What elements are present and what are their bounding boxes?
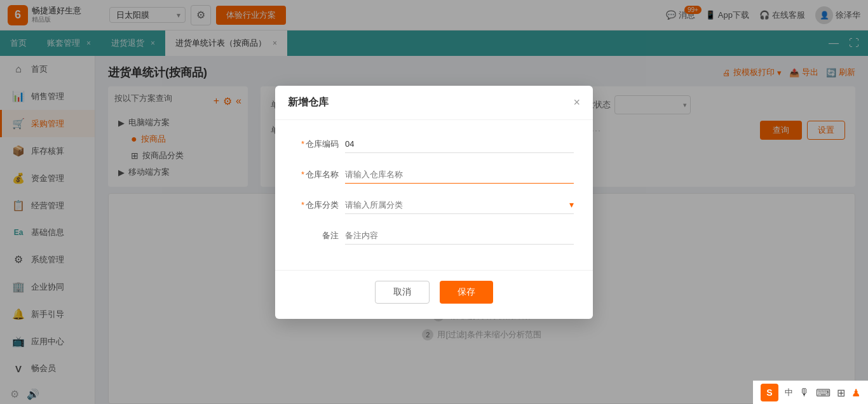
cancel-button[interactable]: 取消 xyxy=(375,281,430,304)
remark-input[interactable] xyxy=(345,227,574,245)
warehouse-name-input[interactable] xyxy=(345,166,574,184)
new-warehouse-modal: 新增仓库 × 仓库编码 仓库名称 仓库分类 备注 xyxy=(275,86,593,319)
s-logo: S xyxy=(761,384,778,401)
category-select-input[interactable] xyxy=(345,196,574,213)
status-bar: S 中 🎙 ⌨ ⊞ ♟ xyxy=(753,380,868,404)
modal-header: 新增仓库 × xyxy=(275,86,593,120)
save-button[interactable]: 保存 xyxy=(440,281,493,304)
category-label: 仓库分类 xyxy=(294,199,345,211)
status-item-keyboard[interactable]: ⌨ xyxy=(816,387,831,399)
modal-overlay[interactable]: 新增仓库 × 仓库编码 仓库名称 仓库分类 备注 xyxy=(0,0,868,404)
modal-field-name: 仓库名称 xyxy=(294,166,574,184)
modal-field-remark: 备注 xyxy=(294,227,574,245)
remark-label: 备注 xyxy=(294,230,345,241)
modal-field-category: 仓库分类 xyxy=(294,196,574,214)
category-select-wrap[interactable] xyxy=(345,196,574,214)
code-label: 仓库编码 xyxy=(294,138,345,150)
modal-field-code: 仓库编码 xyxy=(294,135,574,153)
status-item-box[interactable]: ⊞ xyxy=(837,387,845,399)
status-item-chess[interactable]: ♟ xyxy=(851,387,860,399)
status-item-zh: 中 xyxy=(785,387,793,398)
modal-body: 仓库编码 仓库名称 仓库分类 备注 xyxy=(275,120,593,270)
modal-footer: 取消 保存 xyxy=(275,270,593,319)
modal-close-button[interactable]: × xyxy=(573,97,580,108)
warehouse-code-input[interactable] xyxy=(345,135,574,153)
status-item-mic[interactable]: 🎙 xyxy=(799,387,810,398)
modal-title: 新增仓库 xyxy=(288,96,329,109)
name-label: 仓库名称 xyxy=(294,169,345,180)
